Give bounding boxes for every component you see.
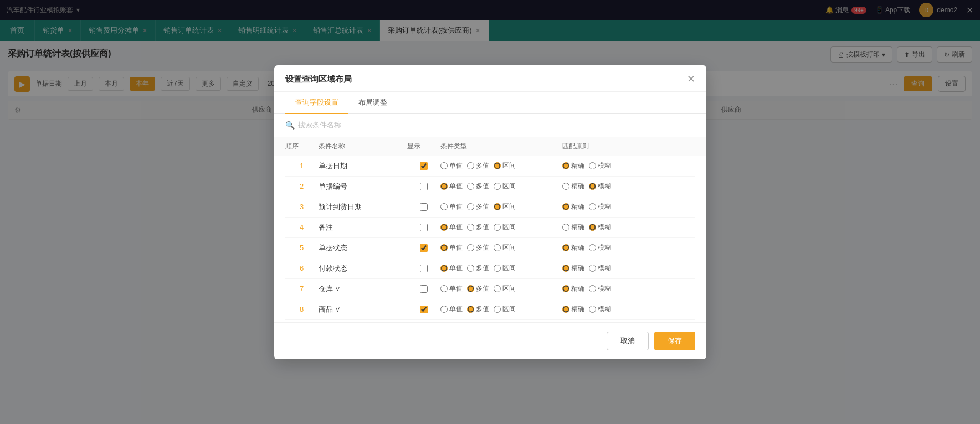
- search-wrap: 🔍: [285, 121, 407, 132]
- row-display-check[interactable]: [407, 224, 440, 231]
- table-row: 4备注单值多值区间精确模糊: [285, 218, 695, 238]
- row-match-match_fuzzy[interactable]: 模糊: [589, 223, 611, 232]
- row-type-type_single[interactable]: 单值: [440, 263, 463, 273]
- row-match-match_exact[interactable]: 精确: [562, 182, 584, 191]
- row-match-match_fuzzy[interactable]: 模糊: [589, 182, 611, 191]
- cancel-button[interactable]: 取消: [607, 332, 649, 350]
- display-checkbox[interactable]: [420, 183, 428, 190]
- table-row: 6付款状态单值多值区间精确模糊: [285, 258, 695, 279]
- row-condition-name: 商品 ∨: [319, 304, 407, 314]
- display-checkbox[interactable]: [420, 306, 428, 313]
- row-type-type_single[interactable]: 单值: [440, 161, 463, 170]
- row-type-type_range[interactable]: 区间: [494, 284, 516, 293]
- row-match-match_fuzzy[interactable]: 模糊: [589, 202, 611, 211]
- row-match-match_fuzzy[interactable]: 模糊: [589, 284, 611, 293]
- settings-modal: 设置查询区域布局 ✕ 查询字段设置 布局调整 🔍 顺序 条件名称 显示 条件类型: [274, 65, 706, 359]
- row-match-group: 精确模糊: [562, 161, 673, 170]
- display-checkbox[interactable]: [420, 224, 428, 231]
- row-match-match_fuzzy[interactable]: 模糊: [589, 161, 611, 170]
- modal-backdrop[interactable]: 设置查询区域布局 ✕ 查询字段设置 布局调整 🔍 顺序 条件名称 显示 条件类型: [0, 0, 980, 424]
- row-display-check[interactable]: [407, 265, 440, 272]
- row-condition-name: 备注: [319, 223, 407, 232]
- display-checkbox[interactable]: [420, 203, 428, 211]
- row-order: 3: [285, 203, 319, 211]
- row-match-match_fuzzy[interactable]: 模糊: [589, 263, 611, 273]
- search-icon: 🔍: [285, 121, 295, 130]
- row-match-match_exact[interactable]: 精确: [562, 223, 584, 232]
- row-type-type_multi[interactable]: 多值: [467, 223, 489, 232]
- row-order: 6: [285, 264, 319, 272]
- row-type-group: 单值多值区间: [440, 304, 562, 314]
- modal-close-button[interactable]: ✕: [687, 74, 695, 84]
- row-type-type_multi[interactable]: 多值: [467, 182, 489, 191]
- col-order: 顺序: [285, 142, 319, 151]
- row-type-type_range[interactable]: 区间: [494, 161, 516, 170]
- row-display-check[interactable]: [407, 244, 440, 252]
- row-type-group: 单值多值区间: [440, 223, 562, 232]
- row-match-match_fuzzy[interactable]: 模糊: [589, 243, 611, 252]
- row-match-match_exact[interactable]: 精确: [562, 243, 584, 252]
- row-type-group: 单值多值区间: [440, 202, 562, 211]
- row-type-type_multi[interactable]: 多值: [467, 263, 489, 273]
- row-condition-name: 单据状态: [319, 243, 407, 253]
- row-match-group: 精确模糊: [562, 182, 673, 191]
- row-type-type_single[interactable]: 单值: [440, 243, 463, 252]
- row-type-group: 单值多值区间: [440, 243, 562, 252]
- row-condition-name: 单据日期: [319, 161, 407, 171]
- row-type-type_range[interactable]: 区间: [494, 304, 516, 314]
- row-condition-name: 仓库 ∨: [319, 284, 407, 294]
- row-display-check[interactable]: [407, 285, 440, 293]
- row-match-group: 精确模糊: [562, 263, 673, 273]
- row-type-type_single[interactable]: 单值: [440, 182, 463, 191]
- row-type-group: 单值多值区间: [440, 284, 562, 293]
- table-row: 8商品 ∨单值多值区间精确模糊: [285, 299, 695, 320]
- modal-tabs: 查询字段设置 布局调整: [274, 92, 706, 114]
- row-match-match_exact[interactable]: 精确: [562, 202, 584, 211]
- save-button[interactable]: 保存: [654, 332, 695, 350]
- modal-tab-layout-adjust[interactable]: 布局调整: [348, 92, 397, 114]
- table-row: 3预计到货日期单值多值区间精确模糊: [285, 197, 695, 218]
- row-display-check[interactable]: [407, 183, 440, 190]
- row-type-type_range[interactable]: 区间: [494, 223, 516, 232]
- modal-footer: 取消 保存: [274, 322, 706, 359]
- row-match-match_exact[interactable]: 精确: [562, 161, 584, 170]
- modal-tab-query-fields[interactable]: 查询字段设置: [285, 92, 348, 114]
- display-checkbox[interactable]: [420, 162, 428, 170]
- display-checkbox[interactable]: [420, 265, 428, 272]
- row-type-type_multi[interactable]: 多值: [467, 161, 489, 170]
- row-type-type_single[interactable]: 单值: [440, 304, 463, 314]
- row-display-check[interactable]: [407, 203, 440, 211]
- row-type-type_single[interactable]: 单值: [440, 284, 463, 293]
- row-order: 5: [285, 244, 319, 252]
- row-type-type_multi[interactable]: 多值: [467, 243, 489, 252]
- row-display-check[interactable]: [407, 306, 440, 313]
- row-order: 2: [285, 182, 319, 190]
- display-checkbox[interactable]: [420, 285, 428, 293]
- row-type-group: 单值多值区间: [440, 263, 562, 273]
- row-match-match_fuzzy[interactable]: 模糊: [589, 304, 611, 314]
- row-type-type_range[interactable]: 区间: [494, 243, 516, 252]
- row-type-type_single[interactable]: 单值: [440, 223, 463, 232]
- col-match: 匹配原则: [562, 142, 673, 151]
- row-type-type_multi[interactable]: 多值: [467, 284, 489, 293]
- modal-search-row: 🔍: [274, 114, 706, 137]
- row-type-type_single[interactable]: 单值: [440, 202, 463, 211]
- search-input[interactable]: [298, 121, 407, 129]
- row-display-check[interactable]: [407, 162, 440, 170]
- row-type-type_multi[interactable]: 多值: [467, 304, 489, 314]
- row-match-match_exact[interactable]: 精确: [562, 284, 584, 293]
- row-order: 4: [285, 223, 319, 231]
- row-type-type_range[interactable]: 区间: [494, 182, 516, 191]
- row-condition-name: 单据编号: [319, 182, 407, 192]
- table-row: 2单据编号单值多值区间精确模糊: [285, 177, 695, 197]
- row-type-type_multi[interactable]: 多值: [467, 202, 489, 211]
- modal-header: 设置查询区域布局 ✕: [274, 65, 706, 92]
- row-match-match_exact[interactable]: 精确: [562, 263, 584, 273]
- row-type-group: 单值多值区间: [440, 182, 562, 191]
- row-type-type_range[interactable]: 区间: [494, 263, 516, 273]
- display-checkbox[interactable]: [420, 244, 428, 252]
- row-match-match_exact[interactable]: 精确: [562, 304, 584, 314]
- row-type-type_range[interactable]: 区间: [494, 202, 516, 211]
- modal-table-body: 1单据日期单值多值区间精确模糊2单据编号单值多值区间精确模糊3预计到货日期单值多…: [274, 156, 706, 322]
- row-order: 1: [285, 162, 319, 170]
